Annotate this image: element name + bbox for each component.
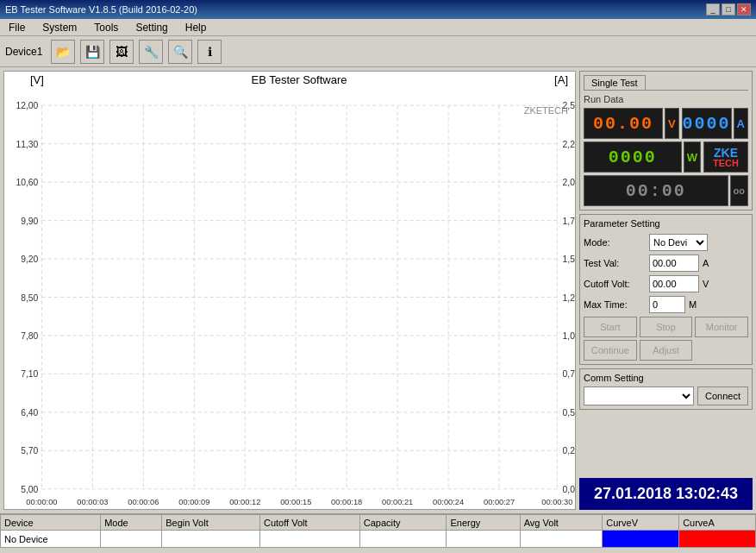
row-mode — [101, 531, 162, 548]
col-device: Device — [1, 515, 101, 531]
time-unit: oo — [730, 175, 748, 206]
info-button[interactable]: ℹ — [197, 40, 222, 64]
param-section-title: Parameter Setting — [584, 218, 748, 229]
svg-text:7,10: 7,10 — [21, 370, 38, 380]
svg-text:00:00:24: 00:00:24 — [433, 498, 464, 506]
svg-text:9,20: 9,20 — [21, 255, 38, 264]
cutoff-unit: V — [703, 279, 716, 289]
row-cutoff-volt — [259, 531, 359, 548]
minimize-button[interactable]: _ — [706, 3, 720, 16]
clock-display: 27.01.2018 13:02:43 — [579, 478, 753, 510]
amp-display: 0000 — [682, 108, 732, 139]
svg-text:11,30: 11,30 — [16, 140, 38, 149]
maxtime-row: Max Time: M — [584, 296, 748, 313]
row-energy — [447, 531, 520, 548]
ctrl-buttons: Start Stop Monitor Continue Adjust — [584, 317, 748, 361]
comm-section: Comm Setting Connect — [579, 368, 753, 410]
row-device: No Device — [1, 531, 101, 548]
mode-select[interactable]: No Devi — [649, 234, 708, 251]
svg-text:5,00: 5,00 — [21, 485, 38, 494]
row-curvea — [679, 531, 756, 548]
svg-text:9,90: 9,90 — [21, 217, 38, 226]
row-avg-volt — [520, 531, 603, 548]
svg-text:6,40: 6,40 — [21, 408, 38, 418]
maxtime-input[interactable] — [649, 296, 685, 313]
stop-button[interactable]: Stop — [640, 317, 693, 337]
volt-unit: V — [665, 108, 679, 139]
col-begin-volt: Begin Volt — [162, 515, 260, 531]
svg-text:1,75: 1,75 — [563, 217, 575, 226]
col-cutoff-volt: Cutoff Volt — [259, 515, 359, 531]
status-header-row: Device Mode Begin Volt Cutoff Volt Capac… — [1, 515, 756, 531]
svg-text:00:00:09: 00:00:09 — [178, 498, 209, 506]
right-panel: Single Test Run Data 00.00 V 0000 A 0000… — [579, 67, 756, 513]
svg-text:2,25: 2,25 — [563, 140, 575, 149]
time-display-row: 00:00 oo — [584, 175, 748, 206]
maximize-button[interactable]: □ — [722, 3, 735, 16]
watt-display-row: 0000 W — [584, 141, 701, 173]
comm-port-select[interactable] — [584, 386, 694, 405]
tech-text: TECH — [713, 159, 739, 168]
main-area: [V] EB Tester Software [A] ZKETECH — [0, 67, 756, 513]
amp-unit: A — [734, 108, 748, 139]
zke-logo: ZKE TECH — [703, 141, 748, 173]
chart-area: [V] EB Tester Software [A] ZKETECH — [3, 71, 576, 510]
close-button[interactable]: ✕ — [737, 3, 751, 16]
testval-input[interactable] — [649, 255, 699, 272]
cutoff-row: Cutoff Volt: V — [584, 275, 748, 292]
col-avg-volt: Avg Volt — [520, 515, 603, 531]
testval-label: Test Val: — [584, 258, 646, 268]
svg-text:00:00:30: 00:00:30 — [541, 498, 572, 506]
svg-rect-1 — [4, 88, 575, 506]
save-button[interactable]: 💾 — [80, 40, 104, 64]
settings-button[interactable]: 🔧 — [139, 40, 163, 64]
menu-bar: File System Tools Setting Help — [0, 19, 756, 36]
col-mode: Mode — [101, 515, 162, 531]
chart-label-right: [A] — [554, 73, 568, 86]
run-data-row2: 0000 W ZKE TECH — [584, 141, 748, 173]
svg-text:0,50: 0,50 — [563, 408, 575, 418]
title-bar: EB Tester Software V1.8.5 (Build 2016-02… — [0, 0, 756, 19]
search-button[interactable]: 🔍 — [168, 40, 192, 64]
adjust-button[interactable]: Adjust — [640, 340, 693, 361]
menu-file[interactable]: File — [3, 20, 30, 35]
monitor-button[interactable]: Monitor — [695, 317, 748, 337]
amp-display-row: 0000 A — [682, 108, 748, 139]
menu-help[interactable]: Help — [180, 20, 212, 35]
chart-main-title: EB Tester Software — [251, 73, 347, 86]
svg-text:00:00:18: 00:00:18 — [331, 498, 362, 506]
mode-label: Mode: — [584, 237, 646, 248]
svg-text:2,00: 2,00 — [563, 178, 575, 187]
testval-unit: A — [703, 258, 716, 268]
col-curvev: CurveV — [603, 515, 679, 531]
svg-text:8,50: 8,50 — [21, 293, 38, 303]
cutoff-input[interactable] — [649, 275, 699, 292]
menu-system[interactable]: System — [37, 20, 82, 35]
chart-label-left: [V] — [30, 73, 44, 86]
open-button[interactable]: 📂 — [51, 40, 75, 64]
menu-tools[interactable]: Tools — [89, 20, 123, 35]
app-title: EB Tester Software V1.8.5 (Build 2016-02… — [5, 4, 197, 15]
svg-text:0,25: 0,25 — [563, 446, 575, 456]
screenshot-button[interactable]: 🖼 — [109, 40, 134, 64]
svg-text:1,25: 1,25 — [563, 293, 575, 303]
svg-text:00:00:27: 00:00:27 — [484, 498, 515, 506]
svg-text:0,00: 0,00 — [563, 485, 575, 494]
single-test-tab[interactable]: Single Test — [584, 75, 646, 90]
run-data-label: Run Data — [584, 94, 748, 104]
continue-button[interactable]: Continue — [584, 340, 637, 361]
col-energy: Energy — [447, 515, 520, 531]
start-button[interactable]: Start — [584, 317, 637, 337]
connect-button[interactable]: Connect — [697, 386, 748, 405]
svg-text:12,00: 12,00 — [16, 101, 38, 110]
watt-unit: W — [684, 141, 701, 173]
title-bar-title: EB Tester Software V1.8.5 (Build 2016-02… — [5, 4, 197, 15]
menu-setting[interactable]: Setting — [130, 20, 172, 35]
chart-svg: 12,00 11,30 10,60 9,90 9,20 8,50 7,80 7,… — [4, 88, 575, 506]
svg-text:00:00:06: 00:00:06 — [128, 498, 159, 506]
col-curvea: CurveA — [679, 515, 756, 531]
title-bar-controls[interactable]: _ □ ✕ — [706, 3, 751, 16]
row-capacity — [359, 531, 447, 548]
volt-display-row: 00.00 V — [584, 108, 679, 139]
chart-container: ZKETECH — [4, 88, 575, 506]
